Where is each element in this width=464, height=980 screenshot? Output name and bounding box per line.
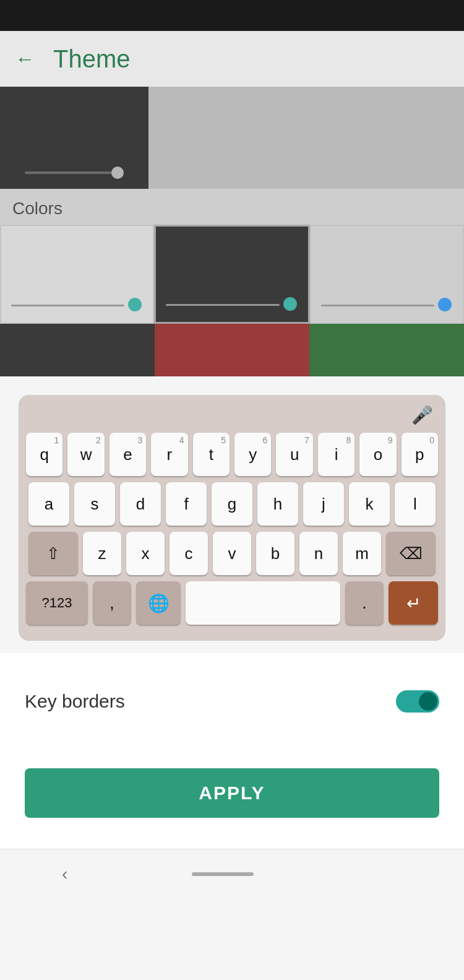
swatch-line [166, 304, 279, 306]
settings-section: Key borders [0, 653, 464, 750]
key-l[interactable]: l [395, 482, 436, 526]
keyboard-container: 🎤 q1 w2 e3 r4 t5 y6 u7 i8 o9 p0 a s d f … [19, 395, 445, 641]
key-p[interactable]: p0 [402, 433, 438, 476]
key-number: 7 [304, 435, 309, 445]
keyboard-row-3: ⇧ z x c v b n m ⌫ [26, 532, 438, 575]
mic-icon[interactable]: 🎤 [411, 405, 433, 425]
key-t[interactable]: t5 [193, 433, 230, 476]
swatch-light[interactable] [0, 225, 154, 324]
keyboard-row-4: ?123 , 🌐 . ↵ [26, 581, 438, 625]
key-a[interactable]: a [28, 482, 69, 526]
nav-back-icon[interactable]: ‹ [62, 864, 67, 884]
toggle-knob [419, 692, 437, 711]
key-u[interactable]: u7 [276, 433, 312, 476]
num-key[interactable]: ?123 [26, 581, 88, 625]
header: ← Theme [0, 31, 464, 87]
key-borders-toggle[interactable] [396, 690, 439, 713]
bottom-nav: ‹ [0, 849, 464, 898]
key-number: 5 [221, 435, 226, 445]
space-key[interactable] [186, 581, 340, 625]
key-h[interactable]: h [257, 482, 298, 526]
enter-key[interactable]: ↵ [389, 581, 438, 625]
page-title: Theme [53, 45, 131, 73]
theme-slider [25, 171, 124, 174]
color-swatches-row [0, 225, 464, 324]
key-q[interactable]: q1 [26, 433, 62, 476]
key-c[interactable]: c [170, 532, 208, 575]
key-number: 9 [388, 435, 393, 445]
key-b[interactable]: b [256, 532, 294, 575]
period-key[interactable]: . [345, 581, 384, 625]
key-number: 1 [54, 435, 59, 445]
key-s[interactable]: s [74, 482, 115, 526]
key-number: 0 [429, 435, 434, 445]
color-black[interactable] [0, 324, 155, 376]
theme-card-light[interactable] [148, 87, 464, 189]
key-borders-row: Key borders [25, 678, 439, 725]
theme-card-dark[interactable] [0, 87, 148, 189]
key-i[interactable]: i8 [318, 433, 354, 476]
swatch-line [321, 305, 434, 306]
keyboard-section: 🎤 q1 w2 e3 r4 t5 y6 u7 i8 o9 p0 a s d f … [0, 376, 464, 653]
apply-button[interactable]: APPLY [25, 768, 439, 818]
apply-section: APPLY [0, 750, 464, 849]
key-g[interactable]: g [212, 482, 252, 526]
comma-key[interactable]: , [93, 581, 131, 625]
key-m[interactable]: m [343, 532, 381, 575]
keyboard-row-1: q1 w2 e3 r4 t5 y6 u7 i8 o9 p0 [26, 433, 438, 476]
swatch-dot-blue [438, 298, 452, 311]
key-j[interactable]: j [303, 482, 344, 526]
key-d[interactable]: d [120, 482, 161, 526]
color-red[interactable] [155, 324, 309, 376]
nav-home-indicator [192, 872, 254, 876]
swatch-line [11, 305, 124, 306]
slider-dot [111, 167, 124, 179]
key-z[interactable]: z [83, 532, 121, 575]
theme-top-row [0, 87, 464, 189]
key-y[interactable]: y6 [234, 433, 271, 476]
swatch-medium[interactable] [310, 225, 464, 324]
status-bar [0, 0, 464, 31]
color-bottom-row [0, 324, 464, 376]
keyboard-top-bar: 🎤 [26, 405, 438, 425]
globe-key[interactable]: 🌐 [136, 581, 181, 625]
key-number: 8 [346, 435, 351, 445]
key-k[interactable]: k [349, 482, 390, 526]
shift-key[interactable]: ⇧ [28, 532, 78, 575]
swatch-dot-teal-dark [283, 297, 297, 311]
key-number: 4 [179, 435, 184, 445]
colors-label: Colors [0, 189, 464, 225]
backspace-key[interactable]: ⌫ [386, 532, 436, 575]
key-o[interactable]: o9 [359, 433, 396, 476]
key-w[interactable]: w2 [67, 433, 104, 476]
color-green[interactable] [309, 324, 464, 376]
theme-preview-section: Colors [0, 87, 464, 376]
key-borders-label: Key borders [25, 691, 125, 712]
key-x[interactable]: x [126, 532, 165, 575]
key-number: 3 [137, 435, 142, 445]
key-e[interactable]: e3 [110, 433, 146, 476]
key-v[interactable]: v [213, 532, 251, 575]
key-number: 6 [263, 435, 268, 445]
key-n[interactable]: n [299, 532, 338, 575]
key-r[interactable]: r4 [151, 433, 187, 476]
swatch-dot-teal [128, 298, 142, 311]
back-button[interactable]: ← [15, 49, 35, 69]
key-f[interactable]: f [166, 482, 207, 526]
key-number: 2 [96, 435, 101, 445]
swatch-dark-selected[interactable] [154, 225, 309, 324]
keyboard-row-2: a s d f g h j k l [26, 482, 438, 526]
